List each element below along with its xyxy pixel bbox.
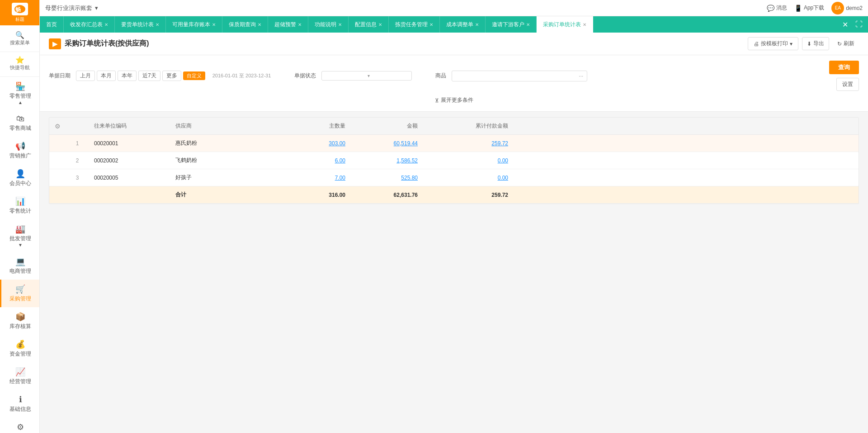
cell-amount[interactable]: 1,586.52: [351, 152, 423, 169]
tab-close-icon[interactable]: ✕: [526, 22, 530, 27]
shortcut-this-year[interactable]: 本年: [118, 71, 137, 81]
sidebar-item-wholesale[interactable]: 🏭 批发管理 ▼: [0, 219, 39, 252]
tab-purchase-order-stats[interactable]: 采购订单统计表 ✕: [537, 16, 593, 33]
shortcut-this-month[interactable]: 本月: [97, 71, 116, 81]
tab-collect-pay[interactable]: 收发存汇总表 ✕: [64, 16, 115, 33]
tab-function-desc[interactable]: 功能说明 ✕: [308, 16, 349, 33]
tab-inventory-book[interactable]: 可用量库存账本 ✕: [166, 16, 222, 33]
tab-close-icon[interactable]: ✕: [378, 22, 382, 27]
tab-close-icon[interactable]: ✕: [338, 22, 342, 27]
app-download-button[interactable]: 📱 App下载: [794, 4, 824, 12]
sidebar-item-label: 零售商城: [9, 124, 31, 132]
cell-gear: [49, 135, 66, 152]
cell-paid[interactable]: 0.00: [423, 169, 514, 186]
topbar-dropdown-icon[interactable]: ▾: [95, 5, 98, 11]
tab-purchase-stats[interactable]: 要货单统计表 ✕: [115, 16, 166, 33]
col-supplier-name: 供应商: [170, 118, 278, 135]
user-menu-button[interactable]: EA demo2: [831, 2, 863, 14]
tab-home[interactable]: 首页: [40, 16, 64, 33]
sidebar-item-label: 批发管理: [9, 235, 31, 243]
search-menu-button[interactable]: 🔍 搜索菜单: [3, 29, 37, 48]
goods-filter-label: 商品: [435, 72, 446, 80]
sidebar-item-inventory[interactable]: 📦 库存核算: [0, 307, 39, 335]
tab-close-icon[interactable]: ✕: [258, 22, 261, 27]
tab-close-icon[interactable]: ✕: [298, 22, 302, 27]
goods-input-more-icon[interactable]: ···: [579, 73, 583, 79]
export-button[interactable]: ⬇ 导出: [802, 37, 829, 50]
sidebar-nav: 🏪 零售管理 ▲ 🛍 零售商城 📢 营销推广 👤 会员中心 📊 零售统计 🏭 批…: [0, 77, 39, 433]
message-button[interactable]: 💬 消息: [767, 4, 787, 12]
topbar-left: 母婴行业演示账套 ▾: [45, 4, 767, 12]
tab-invite-downstream[interactable]: 邀请下游客户 ✕: [486, 16, 537, 33]
page-header: ▶ 采购订单统计表(按供应商) 🖨 按模板打印 ▾ ⬇ 导出 ↻ 刷新: [40, 33, 868, 55]
sidebar-item-marketing[interactable]: 📢 营销推广: [0, 137, 39, 164]
refresh-button[interactable]: ↻ 刷新: [833, 38, 859, 50]
column-settings-icon[interactable]: ⚙: [55, 123, 61, 130]
shortcut-more[interactable]: 更多: [162, 71, 181, 81]
tab-close-icon[interactable]: ✕: [583, 22, 586, 27]
tab-config-info[interactable]: 配置信息 ✕: [349, 16, 389, 33]
tab-close-icon[interactable]: ✕: [429, 22, 433, 27]
status-select[interactable]: ▾: [321, 71, 412, 81]
cell-qty[interactable]: 7.00: [278, 169, 351, 186]
custom-date-badge[interactable]: 自定义: [183, 71, 205, 80]
tab-close-icon[interactable]: ✕: [104, 22, 108, 27]
tab-pick-task[interactable]: 拣货任务管理 ✕: [389, 16, 440, 33]
sidebar-item-system[interactable]: ⚙ 系统管理: [0, 418, 39, 433]
footer-cell: [66, 186, 89, 204]
export-label: 导出: [813, 40, 824, 48]
sidebar-item-purchase[interactable]: 🛒 采购管理: [0, 280, 39, 307]
sidebar-item-member[interactable]: 👤 会员中心: [0, 164, 39, 192]
shortcut-7days[interactable]: 近7天: [138, 71, 160, 81]
tab-overstock[interactable]: 超储预警 ✕: [268, 16, 308, 33]
cell-index: 3: [66, 169, 89, 186]
cell-amount[interactable]: 525.80: [351, 169, 423, 186]
cell-supplier-name: 惠氏奶粉: [170, 135, 278, 152]
sidebar-item-basic[interactable]: ℹ 基础信息: [0, 390, 39, 418]
tab-close-icon[interactable]: ✕: [212, 22, 216, 27]
tab-label: 采购订单统计表: [543, 21, 581, 29]
shortcut-nav-button[interactable]: ⭐ 快捷导航: [3, 54, 37, 73]
table-area: ⚙ 往来单位编码 供应商 主数量 金额 累计付款金额 1: [49, 117, 859, 204]
print-button[interactable]: 🖨 按模板打印 ▾: [748, 37, 798, 50]
tab-label: 邀请下游客户: [492, 21, 524, 29]
sidebar-item-retail-stats[interactable]: 📊 零售统计: [0, 192, 39, 219]
cell-supplier-name: 好孩子: [170, 169, 278, 186]
tab-cost-adjust[interactable]: 成本调整单 ✕: [440, 16, 486, 33]
ecommerce-icon: 💻: [15, 257, 25, 266]
goods-input[interactable]: ···: [452, 71, 587, 81]
tab-close-icon[interactable]: ✕: [475, 22, 479, 27]
tab-expiry-query[interactable]: 保质期查询 ✕: [222, 16, 268, 33]
cell-qty[interactable]: 303.00: [278, 135, 351, 152]
shortcut-last-month[interactable]: 上月: [76, 71, 95, 81]
sidebar-item-retail-shop[interactable]: 🛍 零售商城: [0, 109, 39, 137]
footer-qty: 316.00: [278, 186, 351, 204]
footer-label: 合计: [170, 186, 278, 204]
cell-index: 2: [66, 152, 89, 169]
basic-icon: ℹ: [19, 395, 22, 404]
collapse-filter-button[interactable]: ▶: [49, 38, 61, 49]
close-all-tabs-button[interactable]: ✕: [840, 19, 850, 30]
sidebar-item-finance[interactable]: 💰 资金管理: [0, 335, 39, 362]
sidebar-item-ecommerce[interactable]: 💻 电商管理: [0, 252, 39, 280]
sidebar-item-label: 采购管理: [9, 295, 31, 303]
sidebar-item-operation[interactable]: 📈 经营管理: [0, 362, 39, 390]
cell-amount[interactable]: 60,519.44: [351, 135, 423, 152]
sidebar-item-retail[interactable]: 🏪 零售管理 ▲: [0, 77, 39, 109]
avatar: EA: [831, 2, 844, 14]
expand-more-button[interactable]: ⊻ 展开更多条件: [431, 95, 477, 106]
tab-label: 配置信息: [355, 21, 377, 29]
tab-close-icon[interactable]: ✕: [156, 22, 159, 27]
query-button[interactable]: 查询: [829, 61, 859, 74]
settings-button[interactable]: 设置: [836, 78, 859, 91]
cell-paid[interactable]: 259.72: [423, 135, 514, 152]
svg-text:畅: 畅: [15, 6, 21, 13]
cell-paid[interactable]: 0.00: [423, 152, 514, 169]
expand-tabs-button[interactable]: ⛶: [854, 19, 864, 29]
cell-gear: [49, 152, 66, 169]
tab-label: 拣货任务管理: [395, 21, 428, 29]
cell-supplier-code: 00020005: [89, 169, 170, 186]
cell-qty[interactable]: 6.00: [278, 152, 351, 169]
inventory-icon: 📦: [15, 312, 25, 322]
goods-input-field[interactable]: [457, 73, 582, 79]
